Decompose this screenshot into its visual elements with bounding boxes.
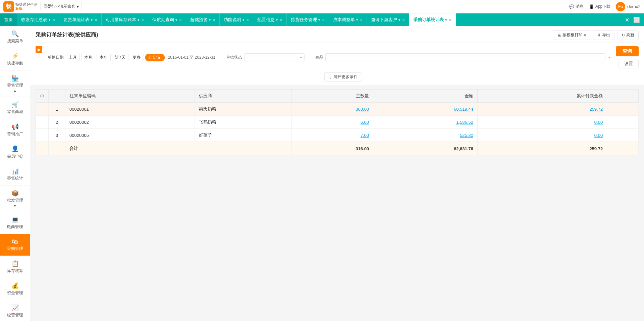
date-buttons: 上月 本月 本年 近7天 更多 自定义: [66, 54, 165, 61]
chevron-down-icon: ▾: [584, 33, 586, 38]
tab-function-desc[interactable]: 功能说明 ▾ ✕: [220, 13, 253, 26]
date-btn-this-month[interactable]: 本月: [81, 54, 95, 61]
sidebar-item-retail-stats[interactable]: 📊 零售统计: [0, 163, 30, 185]
sidebar-item-finance[interactable]: 💰 资金管理: [0, 278, 30, 300]
refresh-button[interactable]: ↻ 刷新: [617, 30, 639, 40]
nav-tabs: 首页 收发存汇总表 ▾ ✕ 要货单统计表 ▾ ✕ 可用量库存账本 ▾ ✕ 保质期…: [0, 13, 644, 26]
app-download-label: App下载: [595, 4, 610, 9]
row-supplier-code: 00020001: [65, 103, 195, 116]
row-spacer: [607, 116, 639, 129]
sidebar-item-search[interactable]: 🔍 搜索菜单: [0, 26, 30, 48]
more-options-icon[interactable]: ···: [607, 54, 612, 60]
sidebar-item-operations[interactable]: 📈 经营管理: [0, 300, 30, 321]
status-select[interactable]: [244, 53, 305, 61]
tab-pick-task[interactable]: 拣货任务管理 ▾ ✕: [287, 13, 329, 26]
tab-goods-summary[interactable]: 要货单统计表 ▾ ✕: [59, 13, 102, 26]
message-icon: 💬: [569, 4, 574, 9]
date-filter: 单据日期 上月 本月 本年 近7天 更多 自定义 2016-01-01 至 20…: [48, 54, 215, 61]
sidebar-label-member: 会员中心: [7, 153, 23, 159]
sidebar-label-retail: 零售管理: [7, 83, 23, 88]
sidebar-item-wholesale[interactable]: 📦 批发管理 ▼: [0, 185, 30, 212]
row-supplier: 惠氏奶粉: [195, 103, 292, 116]
row-seq: 1: [49, 103, 65, 116]
message-action[interactable]: 💬 消息: [569, 4, 584, 9]
row-seq: 2: [49, 116, 65, 129]
close-icon[interactable]: ✕: [179, 18, 182, 22]
sidebar-item-purchase[interactable]: 🛍 采购管理: [0, 234, 30, 256]
sidebar-label-marketing: 营销推广: [7, 131, 23, 137]
goods-input[interactable]: [325, 53, 605, 61]
close-icon[interactable]: ✕: [322, 18, 325, 22]
tab-shelf-life[interactable]: 保质期查询 ▾ ✕: [148, 13, 186, 26]
close-icon[interactable]: ✕: [141, 18, 144, 22]
gear-icon[interactable]: ⚙: [40, 93, 44, 99]
close-icon[interactable]: ✕: [213, 18, 215, 22]
table-row: 3 00020005 好孩子 7.00 525.80 0.00: [36, 129, 639, 142]
collapse-btn[interactable]: ▶: [36, 46, 42, 53]
filter-right-actions: 查询 设置: [616, 46, 639, 68]
close-icon[interactable]: ✕: [95, 18, 97, 22]
tab-overstock-warning[interactable]: 超储预警 ▾ ✕: [186, 13, 220, 26]
row-spacer: [607, 129, 639, 142]
logo-icon: 畅: [3, 1, 14, 12]
export-button[interactable]: ⬇ 导出: [593, 30, 614, 40]
tab-available-stock[interactable]: 可用量库存账本 ▾ ✕: [102, 13, 148, 26]
sidebar-item-retail[interactable]: 🏪 零售管理 ▲: [0, 70, 30, 97]
workspace-selector[interactable]: 母婴行业演示账套 ▾: [40, 2, 82, 11]
sidebar-item-quick-nav[interactable]: ⚡ 快捷导航: [0, 48, 30, 70]
close-icon[interactable]: ✕: [246, 18, 249, 22]
date-btn-custom[interactable]: 自定义: [145, 54, 165, 61]
print-button[interactable]: 🖨 按模板打印 ▾: [553, 30, 590, 40]
quick-nav-icon: ⚡: [11, 52, 19, 60]
col-seq: [49, 90, 65, 103]
filter-row: 单据日期 上月 本月 本年 近7天 更多 自定义 2016-01-01 至 20…: [48, 46, 639, 68]
layout: 🔍 搜索菜单 ⚡ 快捷导航 🏪 零售管理 ▲ 🛒 零售商城 📢 营销推广 👤 会…: [0, 26, 644, 321]
settings-button[interactable]: 设置: [619, 59, 639, 68]
tab-purchase-summary[interactable]: 采购订单统计表 ▾ ✕: [409, 13, 456, 26]
sidebar-item-marketing[interactable]: 📢 营销推广: [0, 119, 30, 141]
status-filter: 单据状态 ▾: [226, 53, 305, 61]
goods-filter: 商品 ···: [315, 53, 612, 61]
col-spacer: [607, 90, 639, 103]
sidebar-item-retail-shop[interactable]: 🛒 零售商城: [0, 97, 30, 119]
inventory-icon: 📋: [11, 260, 19, 267]
row-settings-cell: [36, 116, 49, 129]
query-button[interactable]: 查询: [616, 46, 639, 56]
chevron-down-icon: ⌄: [329, 75, 332, 79]
close-tab-btn[interactable]: ✕: [624, 17, 631, 23]
tab-config-info[interactable]: 配置信息 ▾ ✕: [253, 13, 287, 26]
tab-home[interactable]: 首页: [0, 13, 17, 26]
user-name: demo2: [627, 4, 641, 9]
close-icon[interactable]: ✕: [449, 18, 451, 22]
date-btn-more[interactable]: 更多: [130, 54, 144, 61]
close-icon[interactable]: ✕: [52, 18, 55, 22]
expand-conditions-btn[interactable]: ⌄ 展开更多条件: [324, 72, 362, 82]
logo-area: 畅 畅捷通好生意 标版: [3, 1, 38, 12]
row-supplier-code: 00020005: [65, 129, 195, 142]
sidebar-item-member[interactable]: 👤 会员中心: [0, 141, 30, 163]
tab-receive-summary[interactable]: 收发存汇总表 ▾ ✕: [17, 13, 59, 26]
date-btn-7days[interactable]: 近7天: [112, 54, 128, 61]
user-area[interactable]: Ea demo2: [616, 2, 641, 11]
sidebar-item-ecommerce[interactable]: 💻 电商管理: [0, 212, 30, 234]
chevron-down-icon: ▾: [49, 18, 50, 22]
close-icon[interactable]: ✕: [360, 18, 363, 22]
col-supplier: 供应商: [195, 90, 292, 103]
chevron-down-icon: ▾: [356, 18, 358, 22]
footer-amount: 62,631.76: [373, 142, 478, 155]
sidebar-label-retail-shop: 零售商城: [7, 109, 23, 115]
maximize-tab-btn[interactable]: ⬜: [632, 17, 641, 23]
close-icon[interactable]: ✕: [402, 18, 405, 22]
close-icon[interactable]: ✕: [280, 18, 282, 22]
retail-stats-icon: 📊: [11, 167, 19, 175]
date-btn-last-month[interactable]: 上月: [66, 54, 80, 61]
sidebar-label-quick-nav: 快捷导航: [7, 60, 23, 66]
tab-cost-adjust[interactable]: 成本调整单 ▾ ✕: [329, 13, 367, 26]
tab-invite-downstream[interactable]: 邀请下游客户 ▾ ✕: [367, 13, 409, 26]
footer-label: 合计: [65, 142, 292, 155]
app-download-action[interactable]: 📱 App下载: [589, 4, 610, 9]
row-quantity: 6.00: [292, 116, 373, 129]
retail-icon: 🏪: [11, 74, 19, 82]
date-btn-this-year[interactable]: 本年: [97, 54, 111, 61]
sidebar-item-inventory[interactable]: 📋 库存核算: [0, 256, 30, 278]
